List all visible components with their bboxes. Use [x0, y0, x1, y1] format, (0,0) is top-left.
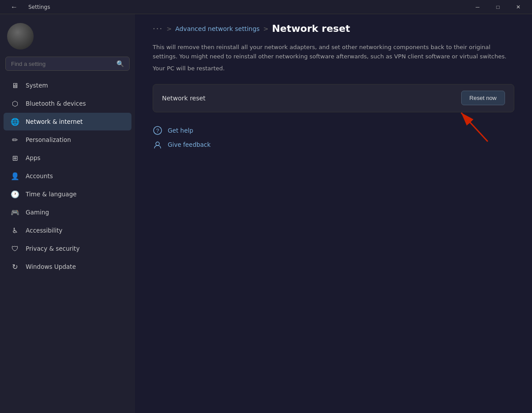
sidebar-item-label-time: Time & language: [26, 191, 77, 198]
privacy-icon: 🛡: [11, 244, 19, 253]
sidebar: 🔍 🖥System⬡Bluetooth & devices🌐Network & …: [0, 14, 135, 413]
sidebar-item-accessibility[interactable]: ♿Accessibility: [4, 222, 131, 239]
sidebar-item-label-bluetooth: Bluetooth & devices: [26, 100, 86, 107]
sidebar-item-network[interactable]: 🌐Network & internet: [4, 113, 131, 130]
help-links: ? Get help Give feedback: [153, 126, 514, 149]
breadcrumb: ··· > Advanced network settings > Networ…: [153, 23, 514, 34]
svg-point-4: [156, 142, 159, 145]
update-icon: ↻: [11, 262, 19, 271]
sidebar-item-update[interactable]: ↻Windows Update: [4, 258, 131, 275]
search-box[interactable]: 🔍: [5, 57, 130, 71]
sidebar-item-label-update: Windows Update: [26, 263, 76, 270]
back-button[interactable]: ←: [7, 0, 21, 14]
breadcrumb-dots: ···: [153, 24, 163, 33]
accounts-icon: 👤: [11, 172, 19, 180]
sidebar-item-accounts[interactable]: 👤Accounts: [4, 167, 131, 185]
restart-note: Your PC will be restarted.: [153, 65, 514, 72]
sidebar-item-privacy[interactable]: 🛡Privacy & security: [4, 240, 131, 257]
network-icon: 🌐: [11, 117, 19, 126]
main-content: ··· > Advanced network settings > Networ…: [135, 14, 532, 413]
help-icon: ?: [153, 126, 162, 135]
sidebar-item-personalization[interactable]: ✏Personalization: [4, 131, 131, 149]
sidebar-item-time[interactable]: 🕐Time & language: [4, 185, 131, 203]
titlebar-controls: ─ □ ✕: [467, 0, 528, 14]
sidebar-item-label-network: Network & internet: [26, 118, 83, 125]
apps-icon: ⊞: [11, 153, 19, 162]
page-description: This will remove then reinstall all your…: [153, 43, 514, 61]
system-icon: 🖥: [11, 81, 19, 90]
sidebar-item-label-privacy: Privacy & security: [26, 245, 80, 252]
svg-text:?: ?: [156, 128, 159, 134]
titlebar: ← Settings ─ □ ✕: [0, 0, 532, 14]
accessibility-icon: ♿: [11, 226, 19, 235]
sidebar-item-label-apps: Apps: [26, 154, 40, 161]
gaming-icon: 🎮: [11, 208, 19, 217]
nav-list: 🖥System⬡Bluetooth & devices🌐Network & in…: [0, 76, 135, 276]
breadcrumb-sep2: >: [263, 25, 269, 32]
personalization-icon: ✏: [11, 135, 19, 144]
avatar: [7, 23, 34, 50]
search-icon: 🔍: [116, 60, 124, 67]
network-reset-card: Network reset Reset now: [153, 84, 514, 112]
sidebar-item-system[interactable]: 🖥System: [4, 76, 131, 94]
sidebar-item-apps[interactable]: ⊞Apps: [4, 149, 131, 167]
titlebar-left: ← Settings: [4, 0, 50, 16]
time-icon: 🕐: [11, 190, 19, 199]
search-container: 🔍: [0, 57, 135, 76]
close-button[interactable]: ✕: [508, 0, 528, 14]
breadcrumb-current: Network reset: [272, 23, 350, 34]
avatar-area: [0, 14, 135, 57]
avatar-image: [7, 23, 34, 50]
minimize-button[interactable]: ─: [467, 0, 488, 14]
feedback-icon: [153, 140, 162, 149]
search-input[interactable]: [11, 61, 113, 67]
bluetooth-icon: ⬡: [11, 99, 19, 108]
sidebar-item-bluetooth[interactable]: ⬡Bluetooth & devices: [4, 95, 131, 112]
sidebar-item-label-accessibility: Accessibility: [26, 227, 62, 234]
sidebar-item-label-gaming: Gaming: [26, 209, 49, 216]
app-container: 🔍 🖥System⬡Bluetooth & devices🌐Network & …: [0, 14, 532, 413]
sidebar-item-gaming[interactable]: 🎮Gaming: [4, 203, 131, 221]
give-feedback-label: Give feedback: [168, 141, 211, 148]
give-feedback-link[interactable]: Give feedback: [153, 140, 514, 149]
breadcrumb-sep1: >: [166, 25, 172, 32]
titlebar-title: Settings: [28, 4, 50, 10]
breadcrumb-parent[interactable]: Advanced network settings: [175, 25, 260, 32]
reset-card-label: Network reset: [162, 95, 205, 102]
sidebar-item-label-system: System: [26, 82, 48, 89]
content-wrapper: Network reset Reset now: [153, 84, 514, 112]
get-help-link[interactable]: ? Get help: [153, 126, 514, 135]
reset-now-button[interactable]: Reset now: [461, 91, 505, 105]
maximize-button[interactable]: □: [488, 0, 508, 14]
sidebar-item-label-accounts: Accounts: [26, 172, 53, 180]
get-help-label: Get help: [168, 127, 193, 134]
sidebar-item-label-personalization: Personalization: [26, 136, 71, 143]
